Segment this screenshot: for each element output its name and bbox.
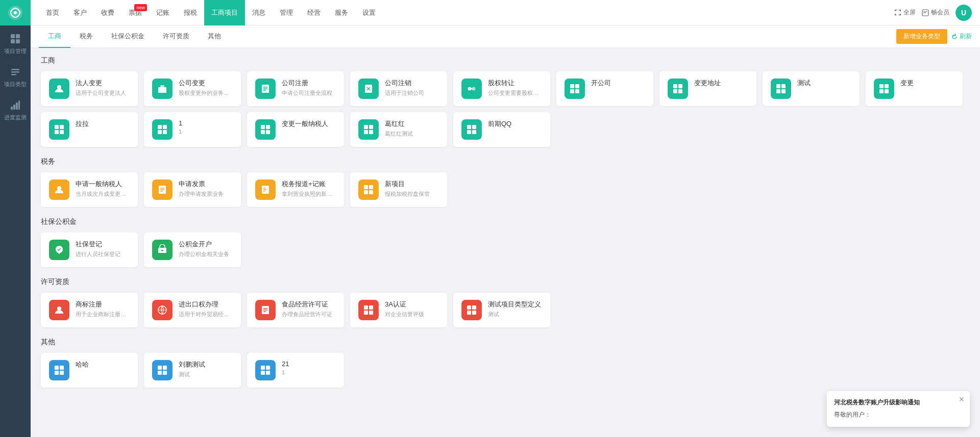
card-icon-food-license: [255, 300, 276, 320]
card-liu-peng-test[interactable]: 刘鹏测试 测试: [144, 353, 241, 388]
notification-close-btn[interactable]: ✕: [959, 395, 965, 403]
card-new-project[interactable]: 新项目 报税加税控盘保管: [350, 172, 447, 207]
card-icon-open-company: [565, 79, 585, 99]
avatar[interactable]: U: [955, 5, 972, 21]
card-equity-transfer[interactable]: 股权转让 公司变更需要股权转让: [453, 71, 550, 106]
card-fund-open[interactable]: 公积金开户 办理公积金相关业务: [144, 233, 241, 267]
svg-rect-11: [16, 102, 18, 110]
nav-operation[interactable]: 经营: [300, 0, 328, 25]
notification-popup: ✕ 河北税务数字账户升级影响通知 尊敬的用户：: [827, 391, 970, 427]
svg-rect-97: [266, 366, 270, 370]
svg-rect-92: [158, 366, 162, 370]
svg-rect-98: [261, 371, 265, 375]
card-food-license[interactable]: 食品经营许可证 办理食品经营许可证: [247, 293, 344, 327]
nav-billing[interactable]: 收费: [94, 0, 121, 25]
card-honghong[interactable]: 葛红红 葛红红测试: [350, 112, 447, 147]
nav-manage[interactable]: 管理: [273, 0, 300, 25]
card-desc: 申请公司注册全流程: [282, 89, 336, 97]
card-icon-equity-transfer: [461, 79, 482, 99]
card-name: 公司注销: [385, 79, 439, 88]
card-open-company[interactable]: 开公司: [556, 71, 653, 106]
svg-rect-4: [11, 39, 15, 43]
svg-rect-12: [18, 100, 20, 110]
card-apply-taxpayer[interactable]: 申请一般纳税人 当月或次月成变更完成: [41, 172, 138, 207]
nav-tax[interactable]: 报税: [177, 0, 204, 25]
card-trademark[interactable]: 商标注册 用于企业商标注册服务: [41, 293, 138, 327]
section-title-tax: 税务: [41, 157, 970, 166]
card-import-export[interactable]: 进出口权办理 适用于对外贸易经营者: [144, 293, 241, 327]
nav-accounting[interactable]: 记账: [149, 0, 177, 25]
card-name: 变更地址: [694, 79, 748, 88]
card-item1[interactable]: 1 1: [144, 112, 241, 147]
card-haha[interactable]: 哈哈: [41, 353, 138, 388]
card-name: 法人变更: [76, 79, 130, 88]
card-apply-invoice[interactable]: 申请发票 办理申请发票业务: [144, 172, 241, 207]
svg-rect-89: [60, 366, 64, 370]
card-name: 开公司: [591, 79, 645, 88]
nav-service[interactable]: 服务: [328, 0, 355, 25]
nav-home[interactable]: 首页: [39, 0, 66, 25]
card-pre-qq[interactable]: 前期QQ: [453, 112, 550, 147]
svg-rect-33: [678, 89, 682, 93]
svg-rect-61: [472, 130, 476, 134]
card-lala[interactable]: 拉拉: [41, 112, 138, 147]
card-company-cancel[interactable]: 公司注销 适用于注销公司: [350, 71, 447, 106]
member-btn[interactable]: 畅会员: [922, 8, 949, 17]
card-name: 测试: [797, 79, 851, 88]
sidebar-item-project-manage[interactable]: 项目管理: [0, 25, 31, 59]
fullscreen-btn[interactable]: 全屏: [894, 8, 916, 17]
section-title-other: 其他: [41, 338, 970, 347]
card-company-register[interactable]: 公司注册 申请公司注册全流程: [247, 71, 344, 106]
sidebar-item-project-type[interactable]: 项目类型: [0, 59, 31, 92]
svg-rect-39: [885, 84, 889, 88]
tab-license[interactable]: 许可资质: [154, 25, 199, 48]
card-test[interactable]: 测试: [763, 71, 860, 106]
card-change-taxpayer[interactable]: 变更一般纳税人: [247, 112, 344, 147]
sidebar-item-progress-monitor[interactable]: 进度监测: [0, 92, 31, 125]
card-desc: 拿到营业执照的新公司: [282, 190, 336, 198]
card-company-change[interactable]: 公司变更 股权变更外的业务变更: [144, 71, 241, 106]
cards-grid-other: 哈哈 刘鹏测试 测试: [41, 353, 970, 388]
add-type-button[interactable]: 新增业务类型: [896, 29, 947, 44]
nav-client[interactable]: 客户: [66, 0, 94, 25]
card-desc: 当月或次月成变更完成: [76, 190, 130, 198]
card-name: 刘鹏测试: [179, 360, 233, 369]
svg-rect-46: [158, 125, 162, 129]
svg-rect-58: [467, 125, 471, 129]
card-name: 拉拉: [76, 119, 130, 128]
section-tax: 税务 申请一般纳税人 当月或次月成变更完成: [41, 157, 970, 207]
svg-rect-94: [158, 371, 162, 375]
card-icon-tax-report: [255, 179, 276, 200]
refresh-button[interactable]: 刷新: [951, 32, 972, 41]
card-social-register[interactable]: 社保登记 进行人员社保登记: [41, 233, 138, 267]
tab-other[interactable]: 其他: [199, 25, 230, 48]
card-tax-report[interactable]: 税务报道+记账 拿到营业执照的新公司: [247, 172, 344, 207]
card-desc: 适用于注销公司: [385, 89, 439, 97]
nav-industrial[interactable]: 工商项目: [204, 0, 245, 25]
card-test-type[interactable]: 测试项目类型定义 测试: [453, 293, 550, 327]
tab-industrial[interactable]: 工商: [39, 25, 70, 48]
fullscreen-label: 全屏: [903, 8, 916, 17]
card-name: 股权转让: [488, 79, 542, 88]
sidebar-item-label: 项目类型: [4, 81, 27, 88]
new-badge: new: [134, 4, 147, 11]
svg-rect-80: [364, 305, 368, 310]
card-item21[interactable]: 21 1: [247, 353, 344, 388]
content-area: 工商 税务 社保公积金 许可资质 其他 新增业务类型 刷新: [31, 25, 980, 437]
svg-rect-60: [467, 130, 471, 134]
card-3a-cert[interactable]: 3A认证 对企业信誉评级: [350, 293, 447, 327]
card-change2[interactable]: 变更: [866, 71, 963, 106]
nav-message[interactable]: 消息: [245, 0, 273, 25]
card-change-address[interactable]: 变更地址: [659, 71, 756, 106]
card-icon-legal-change: [49, 79, 69, 99]
svg-rect-37: [781, 89, 786, 93]
card-desc: 股权变更外的业务变更: [179, 89, 233, 97]
card-icon-liu-peng-test: [152, 360, 173, 380]
nav-settings[interactable]: 设置: [355, 0, 383, 25]
card-legal-change[interactable]: 法人变更 适用于公司变更法人: [41, 71, 138, 106]
tab-social-fund[interactable]: 社保公积金: [102, 25, 154, 48]
nav-ticket[interactable]: 票据 new: [121, 0, 149, 25]
main-wrapper: 首页 客户 收费 票据 new 记账 报税 工商项目 消息 管理 经营 服务 设…: [31, 0, 980, 437]
svg-rect-71: [369, 190, 373, 194]
tab-tax[interactable]: 税务: [70, 25, 102, 48]
